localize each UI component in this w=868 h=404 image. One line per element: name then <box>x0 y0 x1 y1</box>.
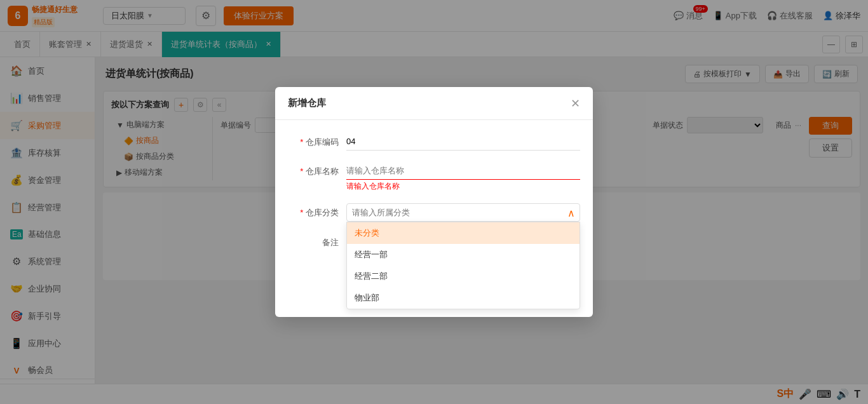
dropdown-item-dept2[interactable]: 经营二部 <box>347 266 580 287</box>
new-warehouse-dialog: 新增仓库 ✕ * 仓库编码 * 仓库名称 请输入仓库名称 <box>275 87 593 317</box>
code-control <box>346 133 580 151</box>
dialog-close-button[interactable]: ✕ <box>571 98 580 109</box>
dialog-header: 新增仓库 ✕ <box>275 87 593 120</box>
form-row-code: * 仓库编码 <box>288 133 580 151</box>
category-label: * 仓库分类 <box>288 203 339 219</box>
name-input[interactable] <box>346 162 580 180</box>
notes-label: 备注 <box>288 233 339 248</box>
dropdown-item-dept1[interactable]: 经营一部 <box>347 244 580 266</box>
dropdown-item-unclassified[interactable]: 未分类 <box>347 222 580 244</box>
category-select-wrap: ∧ <box>346 203 580 222</box>
code-label: * 仓库编码 <box>288 133 339 148</box>
dialog-body: * 仓库编码 * 仓库名称 请输入仓库名称 * 仓库分类 <box>275 120 593 275</box>
form-row-name: * 仓库名称 请输入仓库名称 <box>288 162 580 192</box>
name-label: * 仓库名称 <box>288 162 339 177</box>
name-error-msg: 请输入仓库名称 <box>346 181 580 192</box>
category-dropdown: 未分类 经营一部 经营二部 物业部 <box>346 222 580 309</box>
form-row-category: * 仓库分类 ∧ 未分类 经营一部 经营二部 物业部 <box>288 203 580 222</box>
dropdown-item-property[interactable]: 物业部 <box>347 287 580 309</box>
dialog-overlay: 新增仓库 ✕ * 仓库编码 * 仓库名称 请输入仓库名称 <box>0 0 868 404</box>
code-input[interactable] <box>346 133 580 151</box>
category-control: ∧ 未分类 经营一部 经营二部 物业部 <box>346 203 580 222</box>
category-arrow-icon[interactable]: ∧ <box>567 206 575 219</box>
dialog-title: 新增仓库 <box>288 97 326 109</box>
name-control: 请输入仓库名称 <box>346 162 580 192</box>
category-input[interactable] <box>346 203 580 222</box>
